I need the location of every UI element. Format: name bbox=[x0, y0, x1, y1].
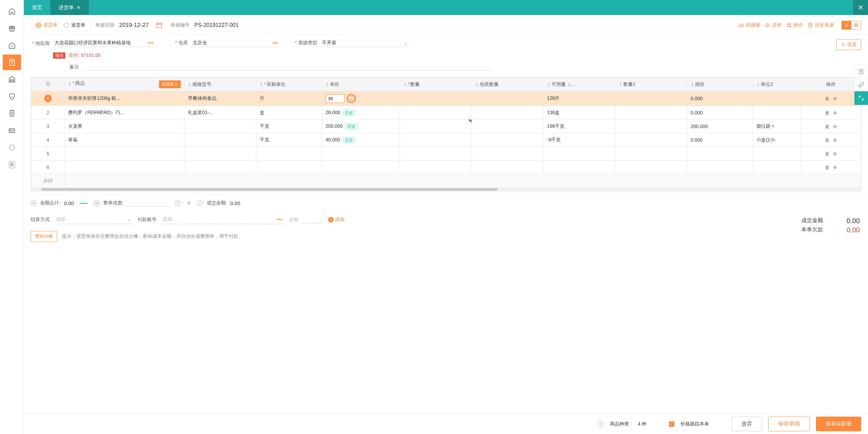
view-grid-icon[interactable] bbox=[851, 21, 861, 29]
history-tag[interactable]: 历史 bbox=[345, 123, 358, 129]
save-new-button[interactable]: 保存&新增 bbox=[816, 417, 861, 431]
close-icon[interactable]: ✕ bbox=[77, 5, 81, 10]
nav-finance-icon[interactable]: ¥ bbox=[3, 89, 21, 104]
help-icon[interactable]: ? bbox=[175, 200, 181, 206]
tab-purchase-order[interactable]: 进货单 bbox=[36, 22, 58, 28]
scan-button[interactable]: 扫码录入 bbox=[159, 80, 181, 88]
remark-input[interactable] bbox=[82, 63, 491, 71]
col-pack-qty[interactable]: ▲▼包装数量 bbox=[472, 78, 544, 91]
nav-gift-icon[interactable] bbox=[3, 20, 21, 36]
rail-link-icon[interactable] bbox=[854, 78, 868, 92]
tab-home[interactable]: 首页 bbox=[24, 0, 50, 15]
tab-purchase[interactable]: 进货单✕ bbox=[50, 0, 89, 15]
col-product[interactable]: ▲▼*商品扫码录入 bbox=[65, 78, 184, 91]
equals-icon: = bbox=[187, 199, 191, 207]
payment-amount-input[interactable] bbox=[303, 216, 323, 223]
select-order-link[interactable]: 选单 bbox=[765, 22, 782, 28]
svg-point-20 bbox=[842, 44, 844, 45]
more-icon[interactable]: ••• bbox=[148, 40, 154, 46]
nav-card-icon[interactable] bbox=[3, 123, 21, 138]
app-close-button[interactable]: ✕ bbox=[853, 0, 868, 15]
svg-point-6 bbox=[10, 130, 11, 131]
rail-note-icon[interactable] bbox=[854, 65, 868, 78]
svg-text:¥: ¥ bbox=[11, 95, 13, 98]
more-icon[interactable]: ••• bbox=[272, 40, 278, 46]
horizontal-scrollbar[interactable] bbox=[31, 188, 861, 191]
nav-warehouse-icon[interactable] bbox=[3, 72, 21, 87]
copy-row-icon[interactable]: ⊕ bbox=[833, 137, 837, 143]
col-unit2[interactable]: ▲▼单位2 bbox=[753, 78, 801, 91]
table-row[interactable]: 4草莓千克40.000 历史-9千克0.000小盒(1小🗑⊕ bbox=[31, 133, 861, 147]
nav-purchase-icon[interactable] bbox=[3, 55, 21, 70]
doc-type-tabs: 进货单 退货单 bbox=[31, 19, 91, 31]
delete-row-icon[interactable]: 🗑 bbox=[825, 124, 830, 129]
delete-row-icon[interactable]: 🗑 bbox=[825, 151, 830, 156]
nav-sync-icon[interactable] bbox=[3, 140, 21, 155]
settings-button[interactable]: 设置 bbox=[836, 39, 861, 50]
col-gear[interactable] bbox=[31, 78, 65, 91]
col-unit[interactable]: ▲▼*采购单位 bbox=[256, 78, 322, 91]
shortcut-link[interactable]: 快捷键 bbox=[739, 22, 760, 28]
table-row[interactable]: 5🗑⊕ bbox=[31, 147, 861, 160]
add-row-button[interactable]: + bbox=[44, 95, 52, 102]
tab-return-order[interactable]: 退货单 bbox=[64, 22, 85, 28]
svg-point-7 bbox=[9, 145, 14, 150]
chevron-down-icon: ⌄ bbox=[127, 217, 131, 222]
invoice-input[interactable]: 不开票 ⌄ bbox=[321, 39, 409, 47]
view-list-icon[interactable] bbox=[842, 21, 851, 29]
delete-row-icon[interactable]: 🗑 bbox=[825, 96, 830, 101]
payment-method-label: 结算方式 bbox=[31, 217, 50, 223]
copy-row-icon[interactable]: ⊕ bbox=[833, 96, 837, 101]
copy-row-icon[interactable]: ⊕ bbox=[833, 110, 837, 115]
table-row[interactable]: 2费列罗（FERRERO）巧...礼盒装01-...盒26.000 历史136盒… bbox=[31, 106, 861, 120]
fee-allocation-button[interactable]: 费用分摊 bbox=[31, 231, 57, 242]
date-value[interactable]: 2019-12-27 bbox=[119, 22, 149, 29]
discount-input[interactable] bbox=[127, 199, 171, 207]
calendar-icon[interactable] bbox=[156, 22, 162, 29]
subtotal-label: 小计 bbox=[31, 174, 65, 188]
copy-row-icon[interactable]: ⊕ bbox=[833, 124, 837, 129]
price-more-button[interactable]: ••• bbox=[347, 94, 356, 103]
col-avail[interactable]: ▲▼可用量（... bbox=[544, 78, 615, 91]
col-qty2[interactable]: ▲▼数量2 bbox=[615, 78, 687, 91]
table-row[interactable]: 3火龙果千克200.000 历史198千克200.000袋(1袋 ≈🗑⊕ bbox=[31, 120, 861, 133]
rail-expand-icon[interactable] bbox=[854, 91, 868, 105]
nav-sale-icon[interactable]: $ bbox=[3, 37, 21, 53]
pay-due-value: 97101.00 bbox=[81, 52, 101, 58]
payment-account-select[interactable]: 选择...••• bbox=[161, 215, 284, 224]
copy-row-icon[interactable]: ⊕ bbox=[833, 151, 837, 156]
nav-report-icon[interactable] bbox=[3, 106, 21, 121]
add-payment-button[interactable]: +添加 bbox=[328, 217, 344, 223]
operate-link[interactable]: 操作 bbox=[786, 22, 803, 28]
nav-home-icon[interactable] bbox=[3, 3, 21, 19]
nav-new-icon[interactable]: 新 bbox=[3, 157, 21, 172]
pay-badge: 现结 bbox=[53, 52, 65, 59]
invoice-label: 票据类型 bbox=[293, 39, 317, 46]
remark-label: 备注 bbox=[60, 63, 79, 70]
fee-tip: 提示：进货单保存后费用会自动分摊，影响成本金额，并自动生成费用单，用于付款。 bbox=[62, 233, 243, 239]
delete-row-icon[interactable]: 🗑 bbox=[825, 110, 830, 115]
table-row[interactable]: +华美华夫软饼1200g 糕...早餐休闲食品斤•••126斤0.000🗑⊕ bbox=[31, 91, 861, 106]
col-qty[interactable]: ▲▼*数量 bbox=[400, 78, 472, 91]
history-tag[interactable]: 历史 bbox=[343, 110, 355, 116]
history-link[interactable]: 历史单据 bbox=[808, 22, 834, 28]
svg-rect-16 bbox=[854, 24, 856, 25]
discard-button[interactable]: 放弃 bbox=[732, 417, 762, 431]
warehouse-input[interactable]: 北京仓 ••• bbox=[191, 39, 280, 47]
payment-method-select[interactable]: 选择...⌄ bbox=[54, 215, 133, 224]
chevron-down-icon[interactable]: ⌄ bbox=[404, 40, 408, 46]
save-draft-button[interactable]: 保存草稿 bbox=[768, 417, 810, 431]
copy-row-icon[interactable]: ⊕ bbox=[833, 165, 837, 170]
col-quote[interactable]: ▲▼报价 bbox=[687, 78, 753, 91]
svg-rect-12 bbox=[789, 24, 791, 25]
delete-row-icon[interactable]: 🗑 bbox=[825, 137, 830, 143]
history-tag[interactable]: 历史 bbox=[343, 137, 355, 143]
pay-due-label: 应付: bbox=[69, 52, 80, 58]
delete-row-icon[interactable]: 🗑 bbox=[825, 165, 830, 170]
col-spec[interactable]: ▲▼规格型号 bbox=[184, 78, 256, 91]
table-row[interactable]: 6🗑⊕ bbox=[31, 160, 861, 174]
price-input[interactable] bbox=[326, 94, 345, 103]
supplier-input[interactable]: 大连花园口经济区景和水果种植基地 ••• bbox=[53, 39, 155, 47]
col-price[interactable]: ▲▼单价 bbox=[322, 78, 400, 91]
price-track-checkbox[interactable]: ✓ bbox=[669, 421, 674, 427]
